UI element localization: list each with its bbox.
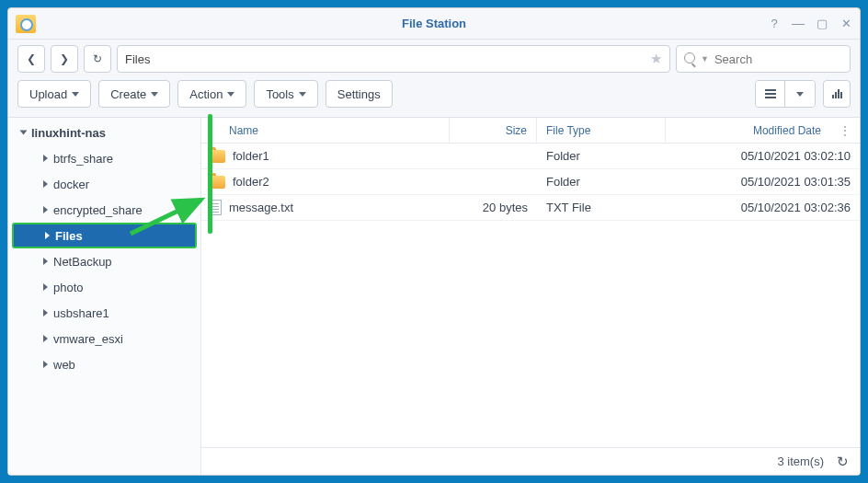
sort-button[interactable] xyxy=(823,80,851,108)
column-headers: Name Size File Type Modified Date ⋮ xyxy=(201,118,860,144)
content-area: linuxhint-nasbtrfs_sharedockerencrypted_… xyxy=(8,117,860,475)
col-menu-icon[interactable]: ⋮ xyxy=(830,118,860,143)
view-toggle xyxy=(755,80,816,108)
caret-down-icon xyxy=(151,92,158,97)
caret-down-icon xyxy=(299,92,306,97)
chevron-right-icon xyxy=(45,232,50,239)
tree-item-web[interactable]: web xyxy=(8,351,200,377)
close-icon[interactable]: ✕ xyxy=(839,17,852,30)
chevron-down-icon[interactable]: ▼ xyxy=(701,54,709,63)
file-list-pane: Name Size File Type Modified Date ⋮ fold… xyxy=(201,118,860,475)
item-count: 3 item(s) xyxy=(777,454,824,468)
tree-item-files[interactable]: Files xyxy=(12,223,197,248)
tree-item-photo[interactable]: photo xyxy=(8,274,200,300)
list-icon xyxy=(765,89,776,98)
create-button[interactable]: Create xyxy=(98,80,170,108)
chevron-right-icon xyxy=(43,309,48,316)
path-text: Files xyxy=(125,52,150,66)
minimize-icon[interactable] xyxy=(792,17,805,30)
view-dropdown[interactable] xyxy=(785,81,815,107)
chevron-right-icon xyxy=(43,361,48,368)
annotation-bar xyxy=(208,114,212,234)
sort-icon xyxy=(832,89,842,98)
favorite-icon[interactable]: ★ xyxy=(650,51,662,67)
tree-root[interactable]: linuxhint-nas xyxy=(8,120,200,145)
window-controls: ? ▢ ✕ xyxy=(768,17,852,30)
search-icon xyxy=(684,52,695,65)
tree-item-btrfs_share[interactable]: btrfs_share xyxy=(8,145,200,171)
col-date[interactable]: Modified Date xyxy=(666,118,830,143)
search-box[interactable]: ▼ xyxy=(676,45,851,73)
maximize-icon[interactable]: ▢ xyxy=(816,17,828,30)
file-row[interactable]: folder1Folder05/10/2021 03:02:10 xyxy=(201,144,860,169)
refresh-button[interactable]: ↻ xyxy=(84,45,111,73)
tools-button[interactable]: Tools xyxy=(254,80,317,108)
refresh-icon[interactable]: ↻ xyxy=(837,454,849,470)
list-view-button[interactable] xyxy=(756,81,785,107)
status-bar: 3 item(s) ↻ xyxy=(201,447,860,475)
app-icon xyxy=(16,15,36,33)
file-row[interactable]: message.txt20 bytesTXT File05/10/2021 03… xyxy=(201,195,860,221)
titlebar: File Station ? ▢ ✕ xyxy=(8,8,860,40)
chevron-right-icon xyxy=(43,155,48,162)
chevron-right-icon xyxy=(43,335,48,342)
tree-item-usbshare1[interactable]: usbshare1 xyxy=(8,300,200,326)
col-name[interactable]: Name xyxy=(201,118,450,143)
back-button[interactable]: ❮ xyxy=(17,45,45,73)
file-rows: folder1Folder05/10/2021 03:02:10folder2F… xyxy=(201,144,860,447)
search-input[interactable] xyxy=(714,52,868,66)
sidebar-tree: linuxhint-nasbtrfs_sharedockerencrypted_… xyxy=(8,118,201,475)
file-station-window: File Station ? ▢ ✕ ❮ ❯ ↻ Files ★ ▼ Uploa… xyxy=(7,7,861,476)
tree-item-docker[interactable]: docker xyxy=(8,171,200,197)
forward-button[interactable]: ❯ xyxy=(51,45,78,73)
chevron-right-icon xyxy=(43,283,48,291)
tree-item-encrypted_share[interactable]: encrypted_share xyxy=(8,197,200,223)
tree-item-vmware_esxi[interactable]: vmware_esxi xyxy=(8,326,200,351)
help-icon[interactable]: ? xyxy=(768,17,781,30)
file-row[interactable]: folder2Folder05/10/2021 03:01:35 xyxy=(201,169,860,195)
chevron-right-icon xyxy=(43,206,48,213)
window-title: File Station xyxy=(402,17,466,30)
chevron-right-icon xyxy=(43,258,48,265)
path-input[interactable]: Files ★ xyxy=(117,45,670,73)
upload-button[interactable]: Upload xyxy=(17,80,91,108)
action-button[interactable]: Action xyxy=(177,80,246,108)
settings-button[interactable]: Settings xyxy=(326,80,393,108)
action-toolbar: Upload Create Action Tools Settings xyxy=(8,78,860,117)
caret-down-icon xyxy=(227,92,234,97)
caret-down-icon xyxy=(72,92,79,97)
caret-down-icon xyxy=(796,92,804,97)
chevron-down-icon xyxy=(20,131,28,135)
nav-toolbar: ❮ ❯ ↻ Files ★ ▼ xyxy=(8,40,860,78)
tree-item-netbackup[interactable]: NetBackup xyxy=(8,248,200,274)
col-type[interactable]: File Type xyxy=(537,118,666,143)
chevron-right-icon xyxy=(43,180,48,188)
col-size[interactable]: Size xyxy=(450,118,537,143)
